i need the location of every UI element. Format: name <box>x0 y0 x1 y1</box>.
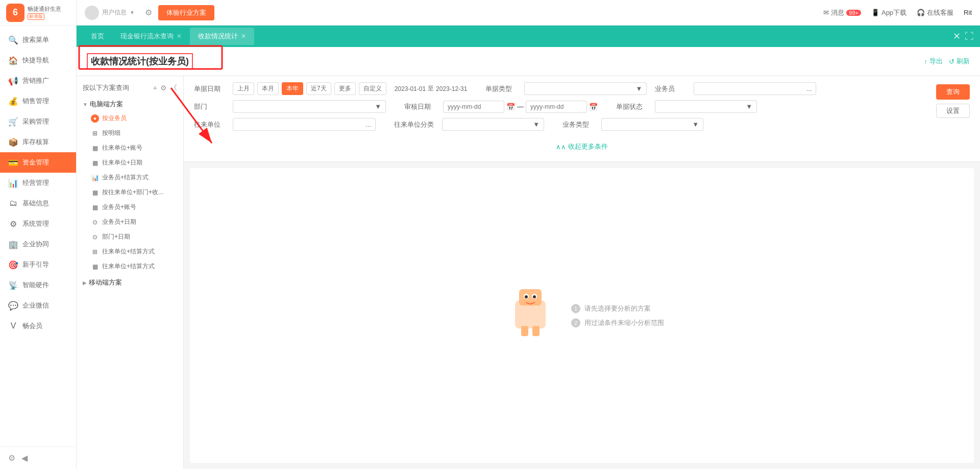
scheme-item-partner-settlement-2[interactable]: ▦ 往来单位+结算方式 <box>77 259 183 274</box>
scheme-collapse-button[interactable]: 《 <box>170 83 177 92</box>
desktop-group-arrow: ▼ <box>83 102 88 107</box>
date-to: 2023-12-31 <box>436 85 467 92</box>
biz-type-select[interactable]: ▼ <box>601 118 703 131</box>
tab-close-receipt-stats[interactable]: ✕ <box>241 33 246 40</box>
salesperson-label: 业务员 <box>655 84 685 93</box>
footer-settings-icon[interactable]: ⚙ <box>8 453 15 463</box>
scheme-header-label: 按以下方案查询 <box>83 83 129 92</box>
online-service-action[interactable]: 🎧 在线客服 <box>917 8 953 17</box>
scheme-item-salesperson-account[interactable]: ▦ 业务员+账号 <box>77 200 183 215</box>
refresh-icon: ↺ <box>949 58 954 65</box>
basic-info-icon: 🗂 <box>8 198 18 208</box>
tab-close-all-button[interactable]: ✕ <box>953 31 961 42</box>
date-btn-last-month[interactable]: 上月 <box>233 82 254 95</box>
tab-maximize-button[interactable]: ⛶ <box>965 31 974 42</box>
date-from: 2023-01-01 <box>395 85 426 92</box>
scheme-item-detail[interactable]: ⊞ 按明细 <box>77 126 183 140</box>
tip-num-1: 1 <box>571 304 580 313</box>
filter-row-1: 单据日期 上月 本月 本年 近7天 更多 自定义 <box>194 82 928 95</box>
date-btn-more[interactable]: 更多 <box>334 82 356 95</box>
cal-icon-from[interactable]: 📅 <box>506 103 515 111</box>
dept-select[interactable]: ▼ <box>233 100 386 113</box>
user-name: 用户信息 <box>102 8 127 17</box>
export-button[interactable]: ↑ 导出 <box>924 57 943 66</box>
scheme-item-salesperson-date[interactable]: ⊙ 业务员+日期 <box>77 215 183 229</box>
scheme-item-partner-account[interactable]: ▦ 往来单位+账号 <box>77 140 183 155</box>
tab-bank-flow[interactable]: 现金银行流水查询 ✕ <box>112 28 190 45</box>
scheme-add-button[interactable]: + <box>153 84 157 92</box>
desktop-group-header[interactable]: ▼ 电脑端方案 <box>77 98 183 111</box>
quick-nav-icon: 🏠 <box>8 55 18 65</box>
dept-label: 部门 <box>194 102 225 111</box>
date-btn-this-month[interactable]: 本月 <box>257 82 279 95</box>
scheme-item-partner-settlement-1[interactable]: ⊞ 往来单位+结算方式 <box>77 244 183 259</box>
scheme-item-by-salesperson[interactable]: ● 按业务员 <box>77 111 183 126</box>
sidebar-item-purchase[interactable]: 🛒 采购管理 <box>0 111 76 132</box>
mobile-group-header[interactable]: ▶ 移动端方案 <box>77 276 183 289</box>
scheme-item-partner-dept[interactable]: ▦ 按往来单位+部门+收... <box>77 185 183 200</box>
doc-status-select[interactable]: ▼ <box>655 100 757 113</box>
sidebar-item-search-menu[interactable]: 🔍 搜索菜单 <box>0 30 76 50</box>
doc-type-select[interactable]: ▼ <box>524 82 647 95</box>
settings-gear-icon[interactable]: ⚙ <box>145 8 152 17</box>
sidebar-item-iot[interactable]: 📡 智能硬件 <box>0 275 76 295</box>
purchase-icon: 🛒 <box>8 116 18 127</box>
partner-category-select[interactable]: ▼ <box>442 118 544 131</box>
logo-area: 6 畅捷通好生意 标准版 <box>0 0 76 26</box>
footer-collapse-icon[interactable]: ◀ <box>21 453 28 463</box>
doc-type-label: 单据类型 <box>485 84 516 93</box>
tab-bar: 首页 现金银行流水查询 ✕ 收款情况统计 ✕ ✕ ⛶ <box>77 26 980 47</box>
scheme-item-grid-icon-2: ⊞ <box>91 248 99 256</box>
collapse-button[interactable]: ∧∧ 收起更多条件 <box>556 142 608 151</box>
headset-icon: 🎧 <box>917 9 925 16</box>
partner-select[interactable]: ... <box>233 118 376 131</box>
tab-receipt-stats[interactable]: 收款情况统计 ✕ <box>190 28 254 45</box>
salesperson-select[interactable]: ... <box>694 82 816 95</box>
sidebar-item-marketing[interactable]: 📢 营销推广 <box>0 71 76 91</box>
sidebar-item-member[interactable]: V 畅会员 <box>0 316 76 336</box>
audit-date-from[interactable] <box>443 101 504 113</box>
filter-settings-button[interactable]: 设置 <box>936 104 970 118</box>
scheme-settings-button[interactable]: ⚙ <box>160 84 167 92</box>
scheme-item-table-icon-4: ▦ <box>91 203 99 212</box>
sidebar-item-inventory[interactable]: 📦 库存核算 <box>0 132 76 152</box>
topbar-left: 用户信息 ▼ ⚙ 体验行业方案 <box>85 5 823 20</box>
scheme-item-partner-date[interactable]: ▦ 往来单位+日期 <box>77 155 183 170</box>
audit-date-input-group: 📅 — 📅 <box>443 101 598 113</box>
sidebar-item-corp[interactable]: 🏢 企业协同 <box>0 234 76 254</box>
scheme-item-dept-date[interactable]: ⊙ 部门+日期 <box>77 229 183 244</box>
scheme-item-chart-icon: 📊 <box>91 174 99 182</box>
sales-icon: 💰 <box>8 96 18 106</box>
date-btn-this-year[interactable]: 本年 <box>282 82 303 95</box>
sidebar-item-basic-info[interactable]: 🗂 基础信息 <box>0 193 76 214</box>
user-avatar <box>85 6 99 20</box>
scheme-header-actions: + ⚙ 《 <box>153 83 177 92</box>
sidebar-item-quick-nav[interactable]: 🏠 快捷导航 <box>0 50 76 71</box>
query-button[interactable]: 查询 <box>936 84 970 100</box>
tab-home[interactable]: 首页 <box>83 28 112 45</box>
audit-date-to[interactable] <box>526 101 587 113</box>
page-content: 收款情况统计(按业务员) ↑ 导出 ↺ 刷新 按以下方 <box>77 47 980 469</box>
message-action[interactable]: ✉ 消息 99+ <box>823 8 861 17</box>
date-range: 2023-01-01 至 2023-12-31 <box>395 84 468 93</box>
sidebar-item-sales[interactable]: 💰 销售管理 <box>0 91 76 111</box>
topbar: 用户信息 ▼ ⚙ 体验行业方案 ✉ 消息 99+ 📱 App下载 🎧 <box>77 0 980 26</box>
sidebar-item-system[interactable]: ⚙ 系统管理 <box>0 214 76 234</box>
iot-icon: 📡 <box>8 280 18 290</box>
sidebar-item-operations[interactable]: 📊 经营管理 <box>0 173 76 193</box>
cal-icon-to[interactable]: 📅 <box>589 103 598 111</box>
scheme-panel-header: 按以下方案查询 + ⚙ 《 <box>77 80 183 96</box>
sidebar-item-finance[interactable]: 💳 资金管理 <box>0 152 76 173</box>
app-download-action[interactable]: 📱 App下载 <box>871 8 906 17</box>
page-title: 收款情况统计(按业务员) <box>87 53 193 69</box>
sidebar-item-wechat[interactable]: 💬 企业微信 <box>0 295 76 316</box>
date-btn-7days[interactable]: 近7天 <box>306 82 331 95</box>
trial-button[interactable]: 体验行业方案 <box>158 5 214 20</box>
tab-close-bank-flow[interactable]: ✕ <box>177 33 182 40</box>
sidebar-item-beginner[interactable]: 🎯 新手引导 <box>0 254 76 275</box>
logo-icon: 6 <box>6 4 24 22</box>
user-info[interactable]: 用户信息 ▼ <box>85 6 135 20</box>
scheme-item-salesperson-settlement[interactable]: 📊 业务员+结算方式 <box>77 170 183 185</box>
refresh-button[interactable]: ↺ 刷新 <box>949 57 970 66</box>
date-btn-custom[interactable]: 自定义 <box>359 82 386 95</box>
